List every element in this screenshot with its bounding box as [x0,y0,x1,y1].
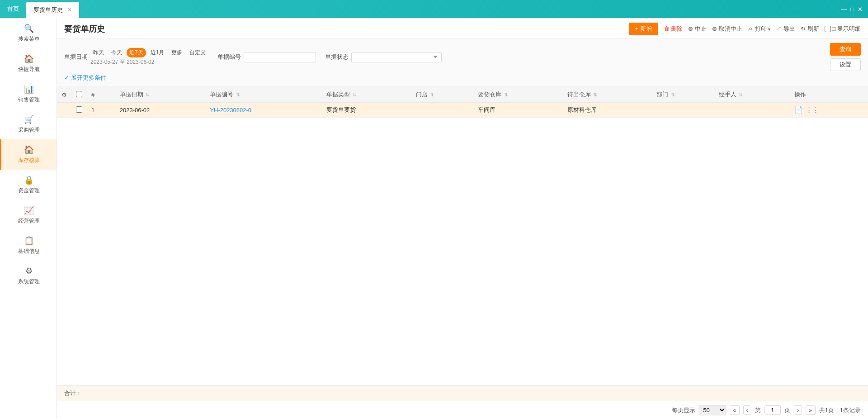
date-btn-1month[interactable]: 近1月 [148,48,167,57]
cell-doc-date: 2023-06-02 [115,103,205,118]
sidebar-item-sales[interactable]: 📊 销售管理 [0,79,57,109]
sort-handler-icon: ⇅ [739,92,742,97]
tab-close-icon[interactable]: ✕ [67,7,72,13]
page-size-select[interactable]: 50 100 200 [699,405,726,415]
quick-nav-icon: 🏠 [24,54,34,64]
cancel-stop-button[interactable]: ⊗ 取消中止 [712,25,742,33]
page-number-input[interactable] [764,405,781,415]
doc-no-input[interactable] [244,52,316,62]
page-summary: 共1页，1条记录 [819,406,861,414]
sidebar-item-purchase[interactable]: 🛒 采购管理 [0,109,57,139]
sidebar-item-quick-nav[interactable]: 🏠 快捷导航 [0,48,57,79]
export-button[interactable]: ↗ 导出 [776,25,795,33]
print-button[interactable]: 🖨 打印 ▾ [748,25,771,33]
doc-status-select[interactable] [351,52,442,62]
sort-dept-icon: ⇅ [671,92,675,97]
filter-area: 单据日期 昨天 今天 近7天 近1月 更多 自定义 2023-05-27 至 2… [57,38,868,87]
query-button[interactable]: 查询 [830,43,861,56]
filter-settings-button[interactable]: 设置 [830,58,861,71]
sidebar: 🔍 搜索菜单 🏠 快捷导航 📊 销售管理 🛒 采购管理 🏠 库存核算 🔒 资金管… [0,18,57,419]
maximize-icon[interactable]: □ [850,6,854,13]
next-page-button[interactable]: › [794,405,802,415]
cancel-stop-label: ⊗ 取消中止 [712,25,742,33]
col-doc-type[interactable]: 单据类型 ⇅ [322,87,411,103]
print-dropdown-icon[interactable]: ▾ [768,27,770,32]
date-filter: 单据日期 昨天 今天 近7天 近1月 更多 自定义 2023-05-27 至 2… [64,48,208,66]
date-btn-7days[interactable]: 近7天 [127,48,146,57]
tab-home-label: 首页 [7,5,19,13]
minimize-icon[interactable]: — [841,6,847,13]
stop-button[interactable]: ⊗ 中止 [688,25,707,33]
date-btn-today[interactable]: 今天 [108,48,125,57]
close-icon[interactable]: ✕ [858,6,863,13]
tab-requisition-label: 要货单历史 [33,6,63,14]
sort-req-wh-icon: ⇅ [504,92,508,97]
sidebar-item-inventory[interactable]: 🏠 库存核算 [0,139,57,170]
refresh-button[interactable]: ↻ 刷新 [801,25,819,33]
show-detail-input[interactable] [825,26,831,32]
date-btn-yesterday[interactable]: 昨天 [90,48,107,57]
page-end-label: 页 [784,406,790,414]
doc-no-link[interactable]: YH-20230602-0 [210,107,251,114]
row-action-buttons: 📄 ⋮⋮ [794,106,863,114]
header-actions: + 新增 🗑 删除 ⊗ 中止 ⊗ 取消中止 🖨 打印 ▾ ↗ 导出 [629,23,861,35]
cell-handler [714,103,790,118]
top-bar: 首页 要货单历史 ✕ — □ ✕ [0,0,868,18]
col-doc-no[interactable]: 单据编号 ⇅ [205,87,322,103]
date-btn-more[interactable]: 更多 [169,48,185,57]
sidebar-item-search-menu[interactable]: 🔍 搜索菜单 [0,18,57,48]
sidebar-item-operation-label: 经营管理 [18,217,40,225]
col-settings[interactable]: ⚙ [57,87,71,103]
sidebar-item-finance[interactable]: 🔒 资金管理 [0,170,57,200]
purchase-icon: 🛒 [24,114,34,124]
table-header: ⚙ # 单据日期 ⇅ 单据编号 ⇅ 单据类型 ⇅ 门店 ⇅ 要货仓库 ⇅ 待出仓… [57,87,868,103]
operation-icon: 📈 [24,205,34,215]
cell-actions: 📄 ⋮⋮ [790,103,868,118]
content-area: 要货单历史 + 新增 🗑 删除 ⊗ 中止 ⊗ 取消中止 🖨 打印 ▾ [57,18,868,419]
inventory-icon: 🏠 [24,145,34,155]
col-no: # [87,87,115,103]
expand-more-button[interactable]: ✓ 展开更多条件 [64,74,861,82]
data-table: ⚙ # 单据日期 ⇅ 单据编号 ⇅ 单据类型 ⇅ 门店 ⇅ 要货仓库 ⇅ 待出仓… [57,87,868,118]
col-department[interactable]: 部门 ⇅ [652,87,714,103]
col-store[interactable]: 门店 ⇅ [411,87,474,103]
sidebar-item-quick-nav-label: 快捷导航 [18,66,40,73]
row-more-icon[interactable]: ⋮⋮ [806,106,819,114]
sidebar-item-inventory-label: 库存核算 [18,157,40,164]
tab-requisition-history[interactable]: 要货单历史 ✕ [26,2,79,18]
col-pending-warehouse[interactable]: 待出仓库 ⇅ [563,87,652,103]
delete-button[interactable]: 🗑 删除 [664,25,683,33]
sidebar-item-operation[interactable]: 📈 经营管理 [0,200,57,230]
sidebar-item-system-label: 系统管理 [18,278,40,286]
date-btn-custom[interactable]: 自定义 [187,48,208,57]
stop-label: ⊗ 中止 [688,25,707,33]
cell-doc-no: YH-20230602-0 [205,103,322,118]
expand-more-label: ✓ 展开更多条件 [64,74,106,82]
col-actions: 操作 [790,87,868,103]
sidebar-item-system[interactable]: ⚙ 系统管理 [0,261,57,291]
sort-doc-no-icon: ⇅ [236,92,240,97]
doc-status-label: 单据状态 [325,53,349,61]
col-handler[interactable]: 经手人 ⇅ [714,87,790,103]
print-label: 🖨 打印 [748,25,767,33]
cell-row-settings [57,103,71,118]
tab-home[interactable]: 首页 [0,0,26,18]
sales-icon: 📊 [24,84,34,94]
main-layout: 🔍 搜索菜单 🏠 快捷导航 📊 销售管理 🛒 采购管理 🏠 库存核算 🔒 资金管… [0,18,868,419]
add-button[interactable]: + 新增 [629,23,658,35]
col-req-warehouse[interactable]: 要货仓库 ⇅ [473,87,562,103]
show-detail-label: □ 显示明细 [832,25,861,33]
first-page-button[interactable]: « [730,405,739,415]
basic-info-icon: 📋 [24,236,34,246]
prev-page-button[interactable]: ‹ [743,405,751,415]
last-page-button[interactable]: » [806,405,815,415]
sidebar-item-basic-info[interactable]: 📋 基础信息 [0,230,57,261]
show-detail-checkbox[interactable]: □ 显示明细 [825,25,861,33]
sidebar-item-finance-label: 资金管理 [18,187,40,195]
sidebar-item-purchase-label: 采购管理 [18,126,40,134]
row-edit-icon[interactable]: 📄 [794,106,803,114]
col-doc-date[interactable]: 单据日期 ⇅ [115,87,205,103]
select-all-checkbox[interactable] [76,91,82,97]
table-row: 1 2023-06-02 YH-20230602-0 要货单要货 车间库 原材料… [57,103,868,118]
row-checkbox[interactable] [76,106,82,113]
